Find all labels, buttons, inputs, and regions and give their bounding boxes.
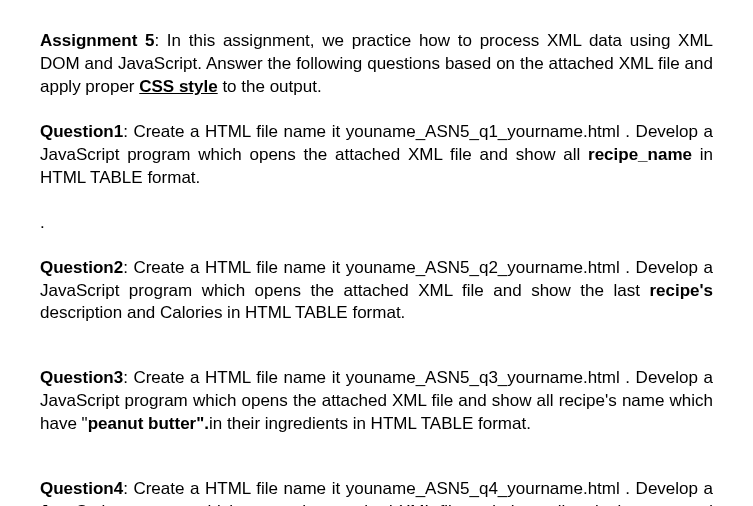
q4-text: : Create a HTML file name it youname_ASN…: [40, 479, 713, 506]
css-style-text: CSS style: [139, 77, 217, 96]
q2-text-1: : Create a HTML file name it youname_ASN…: [40, 258, 713, 300]
q4-label: Question4: [40, 479, 123, 498]
q3-text-2: in their ingredients in HTML TABLE forma…: [209, 414, 531, 433]
assignment-label: Assignment 5: [40, 31, 154, 50]
question-3: Question3: Create a HTML file name it yo…: [40, 367, 713, 436]
q3-bold-1: peanut butter".: [88, 414, 209, 433]
assignment-intro: Assignment 5: In this assignment, we pra…: [40, 30, 713, 99]
q3-label: Question3: [40, 368, 123, 387]
question-1: Question1: Create a HTML file name it yo…: [40, 121, 713, 190]
q2-label: Question2: [40, 258, 123, 277]
q1-label: Question1: [40, 122, 123, 141]
q1-bold-1: recipe_name: [588, 145, 692, 164]
q2-bold-1: recipe's: [649, 281, 713, 300]
question-4: Question4: Create a HTML file name it yo…: [40, 478, 713, 506]
question-2: Question2: Create a HTML file name it yo…: [40, 257, 713, 326]
intro-text-2: to the output.: [218, 77, 322, 96]
separator-dot: .: [40, 212, 713, 235]
q2-text-2: description and Calories in HTML TABLE f…: [40, 303, 405, 322]
